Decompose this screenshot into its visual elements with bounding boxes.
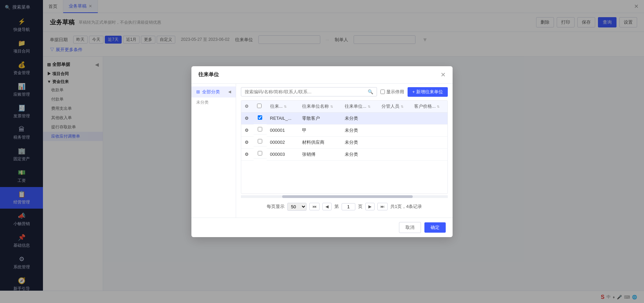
modal-table: ⚙ 往来... ⇅ 往来单位名称 ⇅ 往来单位... ⇅ 分管人员 ⇅ 客户价格…	[241, 100, 448, 194]
row-name: 甲	[299, 124, 341, 136]
row-salesperson	[378, 148, 411, 160]
add-partner-button[interactable]: + 新增往来单位	[408, 87, 448, 97]
table-header-row: ⚙ 往来... ⇅ 往来单位名称 ⇅ 往来单位... ⇅ 分管人员 ⇅ 客户价格…	[241, 101, 447, 113]
modal-scrollbar-thumb	[282, 195, 413, 198]
row-checkbox[interactable]	[258, 115, 262, 120]
row-price	[411, 124, 447, 136]
partner-modal: 往来单位 ✕ ⊞ 全部分类 ◀ 未分类 🔍 显示停用	[191, 66, 453, 237]
row-category: 未分类	[341, 136, 378, 148]
modal-scrollbar[interactable]	[241, 195, 448, 198]
modal-left-panel: ⊞ 全部分类 ◀ 未分类	[191, 84, 236, 218]
first-page-btn[interactable]: ⏮	[309, 203, 320, 210]
modal-all-category[interactable]: ⊞ 全部分类 ◀	[191, 86, 236, 97]
last-page-btn[interactable]: ⏭	[377, 203, 388, 210]
row-salesperson	[378, 136, 411, 148]
modal-pagination: 每页显示 10 20 50 100 ⏮ ◀ 第 页 ▶ ⏭ 共1页，4条记录	[241, 199, 448, 214]
sort-icon-code: ⇅	[284, 105, 287, 108]
table-row[interactable]: ⚙ 000001 甲 未分类	[241, 124, 447, 136]
collapse-left-icon[interactable]: ◀	[228, 90, 231, 94]
total-label: 共1页，4条记录	[390, 203, 422, 210]
modal-header: 往来单位 ✕	[191, 66, 453, 84]
modal-toolbar: 🔍 显示停用 + 新增往来单位	[241, 87, 448, 97]
row-code: 000001	[267, 124, 299, 136]
settings-icon: ⚙	[245, 140, 249, 145]
modal-body: ⊞ 全部分类 ◀ 未分类 🔍 显示停用 + 新增往来单位	[191, 84, 453, 218]
row-salesperson	[378, 124, 411, 136]
row-code: 000002	[267, 136, 299, 148]
col-category[interactable]: 往来单位... ⇅	[341, 101, 378, 113]
row-code: 000003	[267, 148, 299, 160]
table-row[interactable]: ⚙ 000002 材料供应商 未分类	[241, 136, 447, 148]
modal-close-btn[interactable]: ✕	[441, 71, 446, 79]
per-page-label: 每页显示	[267, 203, 285, 210]
next-page-btn[interactable]: ▶	[365, 203, 375, 210]
row-price	[411, 112, 447, 124]
col-name[interactable]: 往来单位名称 ⇅	[299, 101, 341, 113]
row-name: 材料供应商	[299, 136, 341, 148]
row-settings-cell[interactable]: ⚙	[241, 136, 254, 148]
modal-uncat-label[interactable]: 未分类	[191, 97, 236, 107]
settings-icon: ⚙	[245, 152, 249, 157]
table-row[interactable]: ⚙ RETAIL_... 零散客户 未分类	[241, 112, 447, 124]
row-name: 张销傅	[299, 148, 341, 160]
grid-icon-modal: ⊞	[196, 89, 200, 94]
confirm-button[interactable]: 确定	[424, 222, 446, 233]
sort-icon-name: ⇅	[330, 105, 333, 108]
show-disabled-toggle[interactable]: 显示停用	[380, 89, 404, 95]
row-checkbox-cell[interactable]	[254, 124, 266, 135]
modal-footer: 取消 确定	[191, 218, 453, 237]
row-settings-cell[interactable]: ⚙	[241, 112, 254, 124]
row-price	[411, 136, 447, 148]
disabled-checkbox[interactable]	[380, 90, 385, 94]
row-price	[411, 148, 447, 160]
row-checkbox-cell[interactable]	[254, 113, 266, 123]
prev-page-btn[interactable]: ◀	[322, 203, 332, 210]
sort-icon-category: ⇅	[368, 105, 370, 108]
row-settings-cell[interactable]: ⚙	[241, 148, 254, 160]
modal-right-panel: 🔍 显示停用 + 新增往来单位 ⚙ 往来... ⇅ 往来单位名称 ⇅	[236, 84, 453, 218]
page-label-pre: 第	[334, 203, 339, 210]
page-input[interactable]	[342, 203, 355, 210]
row-checkbox[interactable]	[258, 151, 262, 155]
table-row[interactable]: ⚙ 000003 张销傅 未分类	[241, 148, 447, 160]
modal-search-icon: 🔍	[368, 89, 373, 94]
select-all-checkbox[interactable]	[257, 104, 262, 108]
col-settings[interactable]: ⚙	[241, 101, 254, 113]
row-checkbox-cell[interactable]	[254, 136, 266, 147]
modal-search-input[interactable]	[245, 89, 366, 94]
cancel-button[interactable]: 取消	[399, 222, 421, 233]
per-page-select[interactable]: 10 20 50 100	[287, 203, 307, 211]
row-category: 未分类	[341, 124, 378, 136]
row-name: 零散客户	[299, 112, 341, 124]
row-checkbox[interactable]	[258, 127, 262, 131]
settings-icon: ⚙	[245, 128, 249, 133]
page-label-post: 页	[358, 203, 363, 210]
sort-icon-salesperson: ⇅	[401, 105, 403, 108]
settings-icon: ⚙	[245, 116, 249, 121]
row-checkbox[interactable]	[258, 139, 262, 143]
modal-search-box: 🔍	[241, 87, 377, 96]
row-category: 未分类	[341, 112, 378, 124]
row-settings-cell[interactable]: ⚙	[241, 124, 254, 136]
col-salesperson[interactable]: 分管人员 ⇅	[378, 101, 411, 113]
sort-icon-price: ⇅	[437, 105, 440, 108]
show-disabled-label: 显示停用	[386, 89, 404, 95]
row-category: 未分类	[341, 148, 378, 160]
modal-title: 往来单位	[198, 71, 219, 78]
row-code: RETAIL_...	[267, 112, 299, 124]
row-salesperson	[378, 112, 411, 124]
modal-all-label: 全部分类	[202, 89, 220, 95]
col-price[interactable]: 客户价格... ⇅	[411, 101, 447, 113]
col-code[interactable]: 往来... ⇅	[267, 101, 299, 113]
col-checkbox[interactable]	[254, 101, 266, 113]
row-checkbox-cell[interactable]	[254, 148, 266, 159]
